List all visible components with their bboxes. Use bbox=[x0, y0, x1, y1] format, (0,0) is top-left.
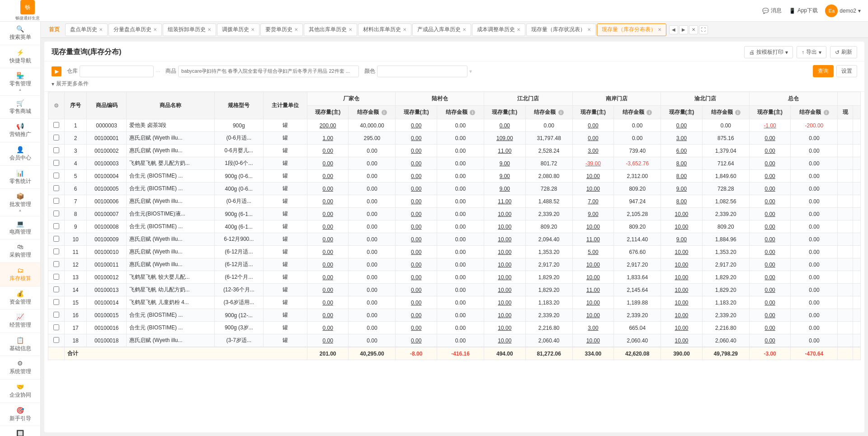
close-icon[interactable]: ✕ bbox=[403, 27, 406, 32]
tab-close-all-button[interactable]: ✕ bbox=[689, 25, 698, 34]
close-icon[interactable]: ✕ bbox=[349, 27, 352, 32]
tab-partial-inventory[interactable]: 分量盘点单历史 ✕ bbox=[108, 23, 162, 36]
cell-checkbox[interactable] bbox=[48, 170, 65, 183]
info-icon[interactable]: i bbox=[824, 110, 829, 115]
cell-w4-amt: 2,060.40 bbox=[614, 334, 661, 347]
sidebar-item-enterprise[interactable]: 🤝 企业协同 bbox=[0, 380, 40, 403]
user-menu[interactable]: Ea demo2 ▾ bbox=[825, 5, 861, 17]
sidebar-item-ecom[interactable]: 💻 电商管理 bbox=[0, 216, 40, 240]
info-icon[interactable]: i bbox=[470, 110, 475, 115]
color-dropdown-icon[interactable]: ▾ bbox=[469, 68, 472, 75]
cell-w4-qty: 11.00 bbox=[572, 233, 614, 246]
cell-checkbox[interactable] bbox=[48, 271, 65, 284]
info-icon[interactable]: i bbox=[735, 110, 741, 115]
close-icon[interactable]: ✕ bbox=[153, 27, 157, 32]
sidebar-item-app-center[interactable]: 🔲 应用中心 bbox=[0, 426, 40, 436]
cell-checkbox[interactable] bbox=[48, 246, 65, 258]
settings-button[interactable]: 设置 bbox=[836, 65, 857, 77]
sidebar-item-inventory[interactable]: 🗂 库存核算 bbox=[0, 263, 40, 286]
close-icon[interactable]: ✕ bbox=[587, 27, 591, 32]
cell-w5-amt: 1,884.96 bbox=[702, 233, 749, 246]
cell-checkbox[interactable] bbox=[48, 145, 65, 157]
tab-prev-button[interactable]: ◀ bbox=[669, 25, 678, 34]
cell-checkbox[interactable] bbox=[48, 183, 65, 195]
cell-name: 飞鹤星飞帆 较大婴儿配... bbox=[127, 271, 214, 284]
tab-stock-status[interactable]: 现存量（库存状况表） ✕ bbox=[526, 23, 596, 36]
cell-w2-qty: 0.00 bbox=[396, 220, 437, 233]
sidebar-item-retail-mgmt[interactable]: 🏪 零售管理 ▲ bbox=[0, 68, 40, 96]
sidebar-item-mall[interactable]: 🛒 零售商城 bbox=[0, 96, 40, 119]
close-icon[interactable]: ✕ bbox=[658, 27, 661, 32]
tab-requisition[interactable]: 要货单历史 ✕ bbox=[260, 23, 303, 36]
cell-checkbox[interactable] bbox=[48, 208, 65, 220]
close-icon[interactable]: ✕ bbox=[294, 27, 298, 32]
tab-cost-adjust[interactable]: 成本调整单历史 ✕ bbox=[472, 23, 525, 36]
cell-checkbox[interactable] bbox=[48, 220, 65, 233]
cell-checkbox[interactable] bbox=[48, 334, 65, 347]
cell-checkbox[interactable] bbox=[48, 195, 65, 208]
close-icon[interactable]: ✕ bbox=[517, 27, 520, 32]
sidebar-item-guide[interactable]: 🎯 新手引导 bbox=[0, 403, 40, 427]
tab-maximize-button[interactable]: ⛶ bbox=[699, 25, 708, 34]
info-icon[interactable]: i bbox=[382, 110, 387, 115]
cell-total-amt: 0.00 bbox=[791, 183, 838, 195]
cell-checkbox[interactable] bbox=[48, 309, 65, 322]
export-button[interactable]: ↑ 导出 ▾ bbox=[797, 46, 826, 58]
close-icon[interactable]: ✕ bbox=[462, 27, 466, 32]
info-icon[interactable]: i bbox=[558, 110, 564, 115]
sidebar-item-purchase[interactable]: 🛍 采购管理 bbox=[0, 239, 40, 263]
cell-w3-qty: 9.00 bbox=[484, 170, 526, 183]
tab-material-outbound[interactable]: 材料出库单历史 ✕ bbox=[358, 23, 411, 36]
app-download-link[interactable]: 📱 App下载 bbox=[789, 7, 818, 14]
product-input[interactable] bbox=[178, 66, 359, 77]
cell-code: 00100008 bbox=[87, 220, 127, 233]
tab-home[interactable]: 首页 bbox=[44, 23, 64, 36]
sidebar-item-finance[interactable]: 💰 资金管理 bbox=[0, 286, 40, 310]
sidebar-item-wholesale[interactable]: 📦 批发管理 ▲ bbox=[0, 189, 40, 216]
warehouse-more-icon[interactable]: ··· bbox=[156, 68, 160, 75]
expand-more-button[interactable]: ▾ 展开更多条件 bbox=[52, 80, 857, 88]
cell-checkbox[interactable] bbox=[48, 157, 65, 170]
tab-assemble[interactable]: 组装拆卸单历史 ✕ bbox=[163, 23, 216, 36]
sidebar-item-stats[interactable]: 📊 零售统计 bbox=[0, 166, 40, 189]
sidebar-item-nav[interactable]: ⚡ 快捷导航 bbox=[0, 45, 40, 69]
tab-next-button[interactable]: ▶ bbox=[679, 25, 688, 34]
message-link[interactable]: 💬 消息 bbox=[762, 7, 782, 14]
settings-col-header[interactable]: ⚙ bbox=[48, 92, 65, 119]
close-icon[interactable]: ✕ bbox=[251, 27, 255, 32]
search-button[interactable]: 查询 bbox=[813, 65, 834, 77]
settings-icon[interactable]: ⚙ bbox=[54, 103, 59, 109]
table-row: 3 00100002 惠氏启赋 (Wyeth illu... 0-6月婴儿...… bbox=[48, 145, 861, 157]
warehouse-input[interactable] bbox=[80, 66, 154, 77]
sidebar-item-operations[interactable]: 📈 经营管理 bbox=[0, 309, 40, 333]
cell-w2-amt: 0.00 bbox=[437, 157, 484, 170]
cell-checkbox[interactable] bbox=[48, 119, 65, 132]
cell-checkbox[interactable] bbox=[48, 258, 65, 271]
close-icon[interactable]: ✕ bbox=[99, 27, 103, 32]
sidebar-item-members[interactable]: 👤 会员中心 bbox=[0, 142, 40, 166]
color-input[interactable] bbox=[377, 66, 467, 77]
cell-checkbox[interactable] bbox=[48, 322, 65, 334]
tab-stock-distribution[interactable]: 现存量（库存分布表） ✕ bbox=[597, 23, 666, 36]
cell-total-amt: 0.00 bbox=[791, 246, 838, 258]
refresh-button[interactable]: ↺ 刷新 bbox=[830, 46, 857, 58]
tab-label: 要货单历史 bbox=[265, 26, 292, 33]
print-button[interactable]: 🖨 按模板打印 ▾ bbox=[744, 46, 793, 58]
sidebar-item-system[interactable]: ⚙ 系统管理 bbox=[0, 356, 40, 380]
cell-w4-amt: 2,339.20 bbox=[614, 309, 661, 322]
tab-inventory-check[interactable]: 盘点单历史 ✕ bbox=[65, 23, 108, 36]
close-icon[interactable]: ✕ bbox=[208, 27, 211, 32]
sidebar-item-search[interactable]: 🔍 搜索英单 bbox=[0, 22, 40, 45]
cell-checkbox[interactable] bbox=[48, 296, 65, 309]
info-icon[interactable]: i bbox=[646, 110, 652, 115]
cell-checkbox[interactable] bbox=[48, 284, 65, 296]
tab-finished-inbound[interactable]: 产成品入库单历史 ✕ bbox=[412, 23, 471, 36]
cell-checkbox[interactable] bbox=[48, 233, 65, 246]
tab-other-outbound[interactable]: 其他出库单历史 ✕ bbox=[304, 23, 357, 36]
sidebar-item-basic-info[interactable]: 📋 基础信息 bbox=[0, 333, 40, 356]
table-area[interactable]: ⚙ 序号 商品编码 商品名称 规格型号 主计量单位 厂家仓 陆村仓 江北门店 南… bbox=[44, 92, 864, 432]
sidebar-item-marketing[interactable]: 📢 营销推广 bbox=[0, 119, 40, 142]
cell-checkbox[interactable] bbox=[48, 132, 65, 145]
tab-transfer[interactable]: 调拨单历史 ✕ bbox=[217, 23, 259, 36]
filter-expand-button[interactable]: ▶ bbox=[52, 66, 61, 76]
